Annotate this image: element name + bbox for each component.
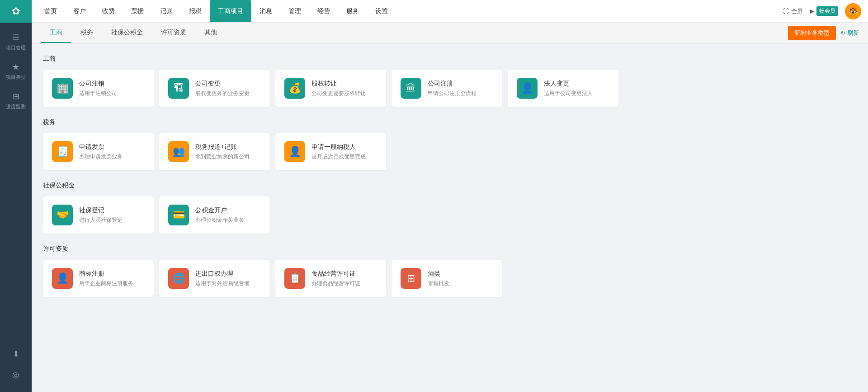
fullscreen-btn[interactable]: ⛶ 全屏 xyxy=(783,7,803,15)
nav-item-消息[interactable]: 消息 xyxy=(251,0,280,22)
vip-badge: 畅会员 xyxy=(816,6,838,16)
section-title-1: 税务 xyxy=(43,118,857,126)
card-icon-1-1: 👥 xyxy=(168,141,189,162)
card-icon-0-4: 👤 xyxy=(517,78,538,99)
main-layout: ☰项目管理★项目类型⊞进度监测 ⬇◎ 工商税务社保公积金许可资质其他 新增业务类… xyxy=(0,23,868,392)
settings-icon[interactable]: ◎ xyxy=(7,364,25,385)
card-title-1-2: 申请一般纳税人 xyxy=(311,143,366,151)
card-desc-0-1: 股权变更外的业务变更 xyxy=(195,90,250,97)
card-desc-3-0: 用于企业商标注册服务 xyxy=(79,280,133,287)
video-icon: ▶ xyxy=(810,8,814,14)
nav-item-工商项目[interactable]: 工商项目 xyxy=(210,0,251,22)
card-icon-3-0: 👤 xyxy=(52,268,73,289)
tab-税务[interactable]: 税务 xyxy=(71,23,102,43)
card-title-0-4: 法人变更 xyxy=(544,80,593,88)
card-title-3-3: 酒类 xyxy=(428,270,449,278)
service-card-0-2[interactable]: 💰 股权转让 公司变更需要股权转让 xyxy=(275,70,386,107)
card-grid-0: 🏢 公司注销 适用于注销公司 🏗 公司变更 股权变更外的业务变更 💰 股权转让 … xyxy=(43,70,857,107)
card-icon-0-1: 🏗 xyxy=(168,78,189,99)
card-title-3-1: 进出口权办理 xyxy=(195,270,250,278)
sidebar-item-2[interactable]: ⊞进度监测 xyxy=(2,86,29,115)
scrollable-content: 工商 🏢 公司注销 适用于注销公司 🏗 公司变更 股权变更外的业务变更 💰 股权… xyxy=(32,43,868,392)
service-card-3-2[interactable]: 📋 食品经营许可证 办理食品经营许可证 xyxy=(275,260,386,297)
section-title-0: 工商 xyxy=(43,55,857,63)
service-card-2-0[interactable]: 🤝 社保登记 进行人员社保登记 xyxy=(43,196,154,234)
tab-actions: 新增业务类型 ↻ 刷新 xyxy=(788,26,859,40)
card-text-0-1: 公司变更 股权变更外的业务变更 xyxy=(195,80,250,97)
service-card-0-3[interactable]: 🏛 公司注册 申请公司注册全流程 xyxy=(392,70,502,107)
refresh-button[interactable]: ↻ 刷新 xyxy=(840,29,859,37)
nav-item-经营[interactable]: 经营 xyxy=(309,0,338,22)
card-icon-3-1: 🌐 xyxy=(168,268,189,289)
card-icon-2-0: 🤝 xyxy=(52,205,73,225)
sidebar-icon-1: ★ xyxy=(12,62,19,72)
nav-item-服务[interactable]: 服务 xyxy=(338,0,367,22)
card-title-3-0: 商标注册 xyxy=(79,270,133,278)
card-text-2-0: 社保登记 进行人员社保登记 xyxy=(79,206,123,224)
card-title-0-0: 公司注销 xyxy=(79,80,117,88)
card-desc-0-0: 适用于注销公司 xyxy=(79,90,117,97)
card-desc-1-0: 办理申请发票业务 xyxy=(79,153,123,161)
card-desc-0-2: 公司变更需要股权转让 xyxy=(311,90,366,97)
card-text-1-0: 申请发票 办理申请发票业务 xyxy=(79,143,123,161)
card-title-1-1: 税务报道+记账 xyxy=(195,143,250,151)
sidebar-icon-2: ⊞ xyxy=(13,91,19,101)
top-nav: ✿ 首页客户收费票据记账报税工商项目消息管理经营服务设置 ⛶ 全屏 ▶ 畅会员 … xyxy=(0,0,868,23)
service-card-0-0[interactable]: 🏢 公司注销 适用于注销公司 xyxy=(43,70,154,107)
nav-item-管理[interactable]: 管理 xyxy=(280,0,309,22)
card-desc-0-3: 申请公司注册全流程 xyxy=(428,90,476,97)
logo[interactable]: ✿ xyxy=(0,0,32,23)
fullscreen-label: 全屏 xyxy=(791,7,803,15)
mascot-avatar: 🐯 xyxy=(845,3,861,19)
card-title-3-2: 食品经营许可证 xyxy=(311,270,360,278)
card-text-0-2: 股权转让 公司变更需要股权转让 xyxy=(311,80,366,97)
service-card-2-1[interactable]: 💳 公积金开户 办理公积金相关业务 xyxy=(159,196,270,234)
nav-item-记账[interactable]: 记账 xyxy=(152,0,181,22)
card-title-1-0: 申请发票 xyxy=(79,143,123,151)
card-title-0-2: 股权转让 xyxy=(311,80,366,88)
add-business-type-button[interactable]: 新增业务类型 xyxy=(788,26,836,40)
service-card-0-1[interactable]: 🏗 公司变更 股权变更外的业务变更 xyxy=(159,70,270,107)
nav-item-首页[interactable]: 首页 xyxy=(36,0,65,22)
card-icon-1-2: 👤 xyxy=(284,141,305,162)
tab-社保公积金[interactable]: 社保公积金 xyxy=(102,23,152,43)
card-icon-0-2: 💰 xyxy=(284,78,305,99)
refresh-icon: ↻ xyxy=(840,29,845,36)
logo-icon: ✿ xyxy=(12,5,20,17)
service-card-3-0[interactable]: 👤 商标注册 用于企业商标注册服务 xyxy=(43,260,154,297)
card-desc-3-3: 零售批发 xyxy=(428,280,449,287)
download-icon[interactable]: ⬇ xyxy=(7,344,25,364)
vip-btn[interactable]: ▶ 畅会员 xyxy=(810,6,838,16)
service-card-1-2[interactable]: 👤 申请一般纳税人 当月或次月成变更完成 xyxy=(275,133,386,170)
nav-item-客户[interactable]: 客户 xyxy=(65,0,94,22)
sidebar-item-1[interactable]: ★项目类型 xyxy=(2,57,29,86)
tab-其他[interactable]: 其他 xyxy=(195,23,226,43)
nav-item-报税[interactable]: 报税 xyxy=(181,0,210,22)
service-card-1-1[interactable]: 👥 税务报道+记账 拿到营业执照的新公司 xyxy=(159,133,270,170)
card-icon-3-2: 📋 xyxy=(284,268,305,289)
nav-item-票据[interactable]: 票据 xyxy=(123,0,152,22)
service-card-1-0[interactable]: 🧾 申请发票 办理申请发票业务 xyxy=(43,133,154,170)
nav-item-收费[interactable]: 收费 xyxy=(94,0,123,22)
card-text-2-1: 公积金开户 办理公积金相关业务 xyxy=(195,206,244,224)
card-grid-1: 🧾 申请发票 办理申请发票业务 👥 税务报道+记账 拿到营业执照的新公司 👤 申… xyxy=(43,133,857,170)
tab-工商[interactable]: 工商 xyxy=(41,23,71,43)
sidebar-item-0[interactable]: ☰项目管理 xyxy=(2,27,29,57)
service-card-0-4[interactable]: 👤 法人变更 适用于公司变更法人 xyxy=(508,70,618,107)
service-card-3-1[interactable]: 🌐 进出口权办理 适用于对外贸易经营者 xyxy=(159,260,270,297)
card-icon-0-0: 🏢 xyxy=(52,78,73,99)
section-title-3: 许可资质 xyxy=(43,245,857,253)
card-text-3-1: 进出口权办理 适用于对外贸易经营者 xyxy=(195,270,250,287)
tab-许可资质[interactable]: 许可资质 xyxy=(152,23,195,43)
nav-item-设置[interactable]: 设置 xyxy=(367,0,396,22)
card-grid-2: 🤝 社保登记 进行人员社保登记 💳 公积金开户 办理公积金相关业务 xyxy=(43,196,857,234)
nav-menu: 首页客户收费票据记账报税工商项目消息管理经营服务设置 xyxy=(32,0,783,22)
fullscreen-icon: ⛶ xyxy=(783,8,789,14)
section-title-2: 社保公积金 xyxy=(43,182,857,190)
service-card-3-3[interactable]: ⊞ 酒类 零售批发 xyxy=(392,260,502,297)
nav-right: ⛶ 全屏 ▶ 畅会员 🐯 xyxy=(783,3,868,19)
card-desc-1-2: 当月或次月成变更完成 xyxy=(311,153,366,161)
card-desc-2-1: 办理公积金相关业务 xyxy=(195,216,244,224)
card-text-3-0: 商标注册 用于企业商标注册服务 xyxy=(79,270,133,287)
card-text-0-0: 公司注销 适用于注销公司 xyxy=(79,80,117,97)
